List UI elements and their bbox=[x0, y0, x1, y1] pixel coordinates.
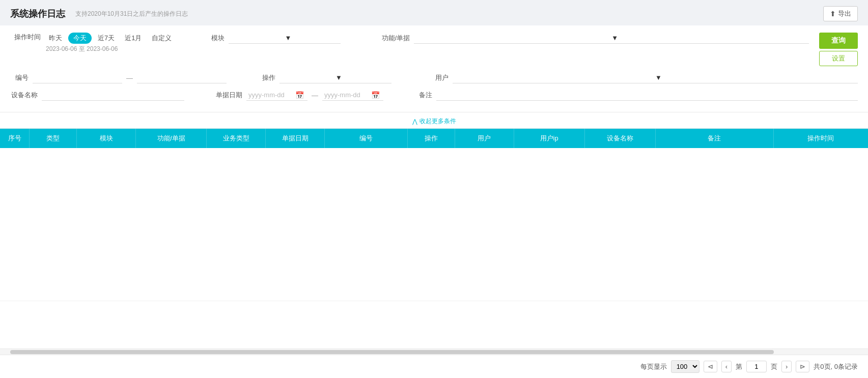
scrollbar-thumb bbox=[10, 350, 774, 354]
page-label: 第 bbox=[736, 362, 742, 371]
date-from-input[interactable] bbox=[248, 91, 294, 99]
col-business-type: 业务类型 bbox=[207, 129, 266, 148]
device-input[interactable] bbox=[42, 90, 184, 101]
module-section: 模块 ▼ bbox=[206, 33, 349, 44]
horizontal-scrollbar[interactable] bbox=[0, 348, 868, 355]
page-size-select[interactable]: 100 bbox=[671, 360, 699, 373]
time-btn-today[interactable]: 今天 bbox=[68, 33, 92, 44]
total-info: 共0页, 0条记录 bbox=[814, 362, 858, 371]
code-section: 编号 — bbox=[10, 72, 227, 83]
table-header: 序号 类型 模块 功能/单据 业务类型 单据日期 编号 操作 用户 用户ip 设… bbox=[0, 129, 868, 148]
time-btn-custom[interactable]: 自定义 bbox=[148, 33, 176, 44]
pagination-bar: 每页显示 100 ⊲ ‹ 第 页 › ⊳ 共0页, 0条记录 bbox=[0, 355, 868, 378]
settings-button[interactable]: 设置 bbox=[819, 51, 858, 66]
code-label: 编号 bbox=[10, 73, 29, 82]
first-page-button[interactable]: ⊲ bbox=[704, 361, 717, 372]
date-from-wrap: 📅 bbox=[246, 90, 307, 101]
time-btn-yesterday[interactable]: 昨天 bbox=[45, 33, 66, 44]
col-function: 功能/单据 bbox=[136, 129, 207, 148]
page-suffix: 页 bbox=[771, 362, 777, 371]
query-button[interactable]: 查询 bbox=[819, 33, 858, 49]
collapse-button[interactable]: ⋀ 收起更多条件 bbox=[407, 115, 461, 127]
module-dropdown[interactable]: ▼ bbox=[229, 33, 341, 44]
col-index: 序号 bbox=[0, 129, 30, 148]
page-number-input[interactable] bbox=[746, 361, 767, 372]
export-icon: ⬆ bbox=[830, 10, 836, 18]
page-header: 系统操作日志 支持2020年10月31日之后产生的操作日志 ⬆ 导出 bbox=[0, 0, 868, 25]
user-label: 用户 bbox=[430, 73, 449, 82]
col-module: 模块 bbox=[77, 129, 136, 148]
col-user: 用户 bbox=[455, 129, 514, 148]
code-from-input[interactable] bbox=[33, 72, 122, 83]
col-operation: 操作 bbox=[407, 129, 455, 148]
prev-page-button[interactable]: ‹ bbox=[721, 361, 732, 372]
page-title: 系统操作日志 bbox=[10, 8, 65, 20]
operation-dropdown[interactable]: ▼ bbox=[279, 72, 391, 83]
device-section: 设备名称 bbox=[10, 90, 184, 101]
page-container: 系统操作日志 支持2020年10月31日之后产生的操作日志 ⬆ 导出 操作时间 … bbox=[0, 0, 868, 378]
last-page-button[interactable]: ⊳ bbox=[796, 361, 809, 372]
date-label: 单据日期 bbox=[215, 91, 242, 100]
date-dash: — bbox=[312, 92, 318, 99]
calendar-to-icon[interactable]: 📅 bbox=[371, 91, 380, 99]
time-label: 操作时间 bbox=[10, 33, 41, 42]
date-to-input[interactable] bbox=[324, 91, 370, 99]
col-code: 编号 bbox=[325, 129, 407, 148]
action-buttons: 查询 设置 bbox=[819, 33, 858, 66]
page-subtitle: 支持2020年10月31日之后产生的操作日志 bbox=[75, 10, 188, 18]
time-range: 2023-06-06 至 2023-06-06 bbox=[46, 45, 176, 53]
table-container: 序号 类型 模块 功能/单据 业务类型 单据日期 编号 操作 用户 用户ip 设… bbox=[0, 129, 868, 348]
user-arrow-icon: ▼ bbox=[655, 74, 856, 81]
remark-label: 备注 bbox=[414, 91, 432, 100]
time-btn-7days[interactable]: 近7天 bbox=[94, 33, 119, 44]
date-section: 单据日期 📅 — 📅 bbox=[215, 90, 383, 101]
calendar-from-icon[interactable]: 📅 bbox=[295, 91, 304, 99]
function-label: 功能/单据 bbox=[379, 34, 410, 43]
function-section: 功能/单据 ▼ bbox=[379, 33, 809, 44]
col-user-ip: 用户ip bbox=[514, 129, 584, 148]
collapse-row: ⋀ 收起更多条件 bbox=[0, 112, 868, 129]
header-left: 系统操作日志 支持2020年10月31日之后产生的操作日志 bbox=[10, 8, 188, 20]
filter-area: 操作时间 昨天 今天 近7天 近1月 自定义 2023-06-06 至 2023… bbox=[0, 25, 868, 112]
time-buttons: 昨天 今天 近7天 近1月 自定义 bbox=[45, 33, 176, 44]
date-to-wrap: 📅 bbox=[322, 90, 383, 101]
empty-row bbox=[0, 148, 868, 301]
function-arrow-icon: ▼ bbox=[611, 34, 807, 42]
device-label: 设备名称 bbox=[10, 91, 38, 100]
page-size-label: 每页显示 bbox=[640, 362, 667, 371]
next-page-button[interactable]: › bbox=[781, 361, 792, 372]
col-remark: 备注 bbox=[655, 129, 773, 148]
table-body bbox=[0, 148, 868, 301]
function-dropdown[interactable]: ▼ bbox=[414, 33, 809, 44]
time-btn-1month[interactable]: 近1月 bbox=[121, 33, 146, 44]
user-dropdown[interactable]: ▼ bbox=[453, 72, 858, 83]
empty-cell bbox=[0, 148, 868, 301]
filter-row-1: 操作时间 昨天 今天 近7天 近1月 自定义 2023-06-06 至 2023… bbox=[10, 33, 858, 66]
filter-row-2: 编号 — 操作 ▼ 用户 ▼ bbox=[10, 72, 858, 83]
operation-label: 操作 bbox=[257, 73, 275, 82]
operation-arrow-icon: ▼ bbox=[335, 74, 389, 81]
user-section: 用户 ▼ bbox=[430, 72, 858, 83]
time-filter: 昨天 今天 近7天 近1月 自定义 2023-06-06 至 2023-06-0… bbox=[45, 33, 176, 53]
module-arrow-icon: ▼ bbox=[285, 34, 339, 42]
col-device: 设备名称 bbox=[584, 129, 655, 148]
collapse-up-icon: ⋀ bbox=[412, 118, 417, 125]
operation-section: 操作 ▼ bbox=[257, 72, 400, 83]
collapse-label: 收起更多条件 bbox=[419, 117, 456, 126]
time-section: 操作时间 昨天 今天 近7天 近1月 自定义 2023-06-06 至 2023… bbox=[10, 33, 176, 53]
col-date: 单据日期 bbox=[266, 129, 325, 148]
remark-section: 备注 bbox=[414, 90, 858, 101]
col-op-time: 操作时间 bbox=[773, 129, 868, 148]
export-label: 导出 bbox=[838, 9, 851, 18]
module-label: 模块 bbox=[206, 34, 225, 43]
filter-row-3: 设备名称 单据日期 📅 — 📅 备注 bbox=[10, 90, 858, 101]
col-type: 类型 bbox=[30, 129, 77, 148]
remark-input[interactable] bbox=[436, 90, 858, 101]
export-button[interactable]: ⬆ 导出 bbox=[823, 6, 858, 21]
table-header-row: 序号 类型 模块 功能/单据 业务类型 单据日期 编号 操作 用户 用户ip 设… bbox=[0, 129, 868, 148]
code-to-input[interactable] bbox=[137, 72, 227, 83]
code-dash: — bbox=[126, 74, 133, 82]
data-table: 序号 类型 模块 功能/单据 业务类型 单据日期 编号 操作 用户 用户ip 设… bbox=[0, 129, 868, 301]
